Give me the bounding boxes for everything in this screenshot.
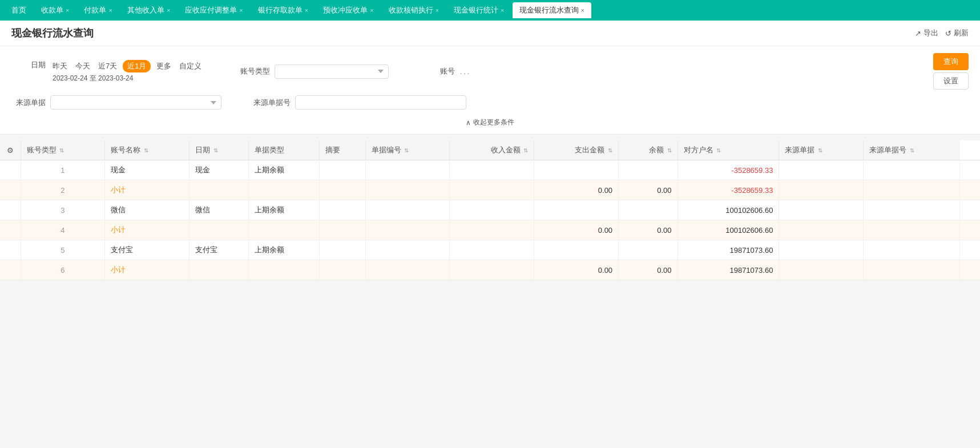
cell-source-doc-no	[960, 160, 980, 180]
close-icon[interactable]: ×	[239, 7, 243, 14]
cell-gear	[0, 260, 21, 280]
cell-income: 0.00	[534, 220, 619, 240]
cell-account-type: 小计	[105, 180, 189, 200]
filter-row-1: 日期 昨天 今天 近7天 近1月 更多 自定义 2023-02-24 至 202…	[11, 53, 969, 90]
table-row: 1现金现金上期余额-3528659.33	[0, 160, 980, 180]
nav-tab-1[interactable]: 付款单 ×	[77, 2, 119, 18]
close-icon[interactable]: ×	[501, 7, 504, 14]
col-source-doc-no[interactable]: 来源单据号 ⇅	[864, 140, 960, 160]
page-header: 现金银行流水查询 ↗ 导出 ↺ 刷新	[0, 21, 980, 46]
nav-tab-3[interactable]: 应收应付调整单 ×	[178, 2, 249, 18]
table-row: 2小计0.000.00-3528659.33	[0, 180, 980, 200]
cell-date	[248, 180, 320, 200]
cell-balance: -3528659.33	[677, 160, 779, 180]
cell-expense	[619, 200, 677, 220]
cell-doc-type	[320, 160, 365, 180]
data-table: ⚙ 账号类型 ⇅ 账号名称 ⇅ 日期 ⇅ 单据类型 摘要	[0, 140, 980, 280]
sort-icon: ⇅	[213, 147, 218, 154]
cell-balance: 19871073.60	[677, 240, 779, 260]
sort-icon: ⇅	[716, 147, 721, 154]
close-icon[interactable]: ×	[66, 7, 69, 14]
date-btn-custom[interactable]: 自定义	[177, 60, 204, 72]
date-label: 日期	[11, 60, 46, 70]
row-number: 4	[21, 220, 105, 240]
top-nav: 首页 收款单 × 付款单 × 其他收入单 × 应收应付调整单 × 银行存取款单 …	[0, 0, 980, 21]
cell-income	[534, 160, 619, 180]
cell-date: 上期余额	[248, 160, 320, 180]
close-icon[interactable]: ×	[370, 7, 373, 14]
nav-tab-2[interactable]: 其他收入单 ×	[120, 2, 177, 18]
nav-tab-7[interactable]: 现金银行统计 ×	[447, 2, 511, 18]
nav-tab-8[interactable]: 现金银行流水查询 ×	[513, 2, 591, 18]
close-icon[interactable]: ×	[167, 7, 170, 14]
table-row: 5支付宝支付宝上期余额19871073.60	[0, 240, 980, 260]
cell-summary	[365, 160, 450, 180]
cell-doc-type	[320, 180, 365, 200]
date-btn-more[interactable]: 更多	[154, 60, 174, 72]
row-number: 3	[21, 200, 105, 220]
cell-doc-type	[320, 260, 365, 280]
source-doc-label: 来源单据	[11, 98, 46, 108]
close-icon[interactable]: ×	[435, 7, 439, 14]
date-btn-1month[interactable]: 近1月	[123, 60, 151, 72]
row-number: 1	[21, 160, 105, 180]
nav-tab-6[interactable]: 收款核销执行 ×	[382, 2, 446, 18]
nav-tab-0[interactable]: 收款单 ×	[34, 2, 76, 18]
cell-counterparty	[779, 180, 864, 200]
source-doc-select[interactable]	[50, 95, 221, 110]
cell-source-doc-no	[960, 220, 980, 240]
col-account-name[interactable]: 账号名称 ⇅	[105, 140, 189, 160]
export-button[interactable]: ↗ 导出	[915, 28, 938, 38]
date-btn-yesterday[interactable]: 昨天	[50, 60, 70, 72]
nav-tab-4[interactable]: 银行存取款单 ×	[251, 2, 315, 18]
account-more-btn[interactable]: ...	[459, 66, 470, 76]
nav-home[interactable]: 首页	[5, 5, 33, 15]
cell-doc-type	[320, 240, 365, 260]
cell-counterparty	[779, 240, 864, 260]
col-income[interactable]: 收入金额 ⇅	[450, 140, 534, 160]
col-gear[interactable]: ⚙	[0, 140, 21, 160]
date-shortcuts: 昨天 今天 近7天 近1月 更多 自定义	[50, 60, 204, 72]
source-doc-no-label: 来源单据号	[253, 98, 291, 108]
close-icon[interactable]: ×	[581, 7, 584, 14]
cell-source-doc-no	[960, 240, 980, 260]
date-range: 2023-02-24 至 2023-03-24	[53, 74, 204, 83]
date-btn-7days[interactable]: 近7天	[96, 60, 119, 72]
cell-balance: 100102606.60	[677, 200, 779, 220]
gear-icon: ⚙	[7, 146, 14, 155]
row-number: 2	[21, 180, 105, 200]
cell-expense: 0.00	[619, 180, 677, 200]
nav-tab-5[interactable]: 预收冲应收单 ×	[316, 2, 380, 18]
cell-source-doc	[864, 180, 960, 200]
cell-account-name: 支付宝	[189, 240, 248, 260]
refresh-icon: ↺	[945, 29, 951, 38]
col-expense[interactable]: 支出金额 ⇅	[534, 140, 619, 160]
cell-source-doc-no	[960, 260, 980, 280]
cell-source-doc	[864, 220, 960, 240]
collapse-button[interactable]: ∧ 收起更多条件	[466, 118, 514, 127]
cell-summary	[365, 240, 450, 260]
close-icon[interactable]: ×	[305, 7, 308, 14]
cell-account-type: 支付宝	[105, 240, 189, 260]
cell-doc-no	[450, 180, 534, 200]
source-doc-no-input[interactable]	[295, 95, 466, 110]
query-button[interactable]: 查询	[933, 53, 969, 70]
col-balance[interactable]: 余额 ⇅	[619, 140, 677, 160]
export-icon: ↗	[915, 29, 921, 38]
table-row: 6小计0.000.0019871073.60	[0, 260, 980, 280]
col-source-doc[interactable]: 来源单据 ⇅	[779, 140, 864, 160]
sort-icon: ⇅	[404, 147, 409, 154]
table-row: 4小计0.000.00100102606.60	[0, 220, 980, 240]
cell-doc-no	[450, 160, 534, 180]
col-date[interactable]: 日期 ⇅	[189, 140, 248, 160]
col-account-type[interactable]: 账号类型 ⇅	[21, 140, 105, 160]
account-type-label: 账号类型	[236, 66, 270, 76]
cell-account-type: 现金	[105, 160, 189, 180]
close-icon[interactable]: ×	[108, 7, 112, 14]
settings-button[interactable]: 设置	[933, 72, 969, 90]
refresh-button[interactable]: ↺ 刷新	[945, 28, 969, 38]
col-counterparty[interactable]: 对方户名 ⇅	[677, 140, 779, 160]
date-btn-today[interactable]: 今天	[73, 60, 92, 72]
col-doc-no[interactable]: 单据编号 ⇅	[365, 140, 450, 160]
account-type-select[interactable]	[275, 64, 389, 79]
